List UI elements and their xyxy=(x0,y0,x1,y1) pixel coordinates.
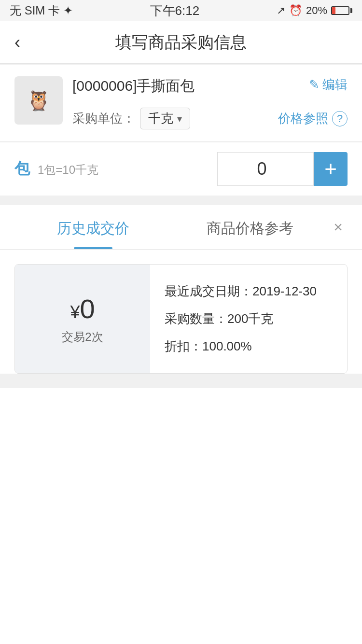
page-title: 填写商品采购信息 xyxy=(115,31,247,54)
unit-value: 千克 xyxy=(148,110,173,127)
product-thumbnail: 🦉 xyxy=(14,76,63,125)
chevron-down-icon: ▾ xyxy=(177,113,182,125)
status-left: 无 SIM 卡 ✦ xyxy=(10,3,73,18)
tabs-header: 历史成交价 商品价格参考 × xyxy=(0,205,362,250)
edit-label: 编辑 xyxy=(322,76,348,93)
price-trades-count: 交易2次 xyxy=(62,329,103,345)
product-image-placeholder: 🦉 xyxy=(27,89,51,112)
tab-history-price[interactable]: 历史成交价 xyxy=(14,205,172,249)
back-button[interactable]: ‹ xyxy=(0,32,35,53)
quantity-label: 包 1包=10千克 xyxy=(14,158,98,180)
product-name: [0000006]手撕面包 xyxy=(72,76,195,96)
quantity-section: 包 1包=10千克 + xyxy=(0,142,362,196)
price-left-panel: ¥0 交易2次 xyxy=(15,265,150,373)
bottom-empty-area xyxy=(0,388,362,644)
quantity-input[interactable] xyxy=(217,152,314,186)
price-right-panel: 最近成交日期：2019-12-30 采购数量：200千克 折扣：100.00% xyxy=(150,265,347,373)
status-time: 下午6:12 xyxy=(150,2,200,19)
date-label: 最近成交日期： xyxy=(165,284,252,298)
unit-select[interactable]: 千克 ▾ xyxy=(140,108,190,129)
quantity-conversion: 1包=10千克 xyxy=(38,162,98,178)
price-amount: ¥0 xyxy=(70,293,95,324)
unit-label: 采购单位： 千克 ▾ xyxy=(72,108,190,129)
quantity-plus-button[interactable]: + xyxy=(314,152,348,186)
price-detail-quantity: 采购数量：200千克 xyxy=(165,309,333,328)
tabs-section: 历史成交价 商品价格参考 × ¥0 交易2次 最近成交日期：2019-12-30… xyxy=(0,205,362,374)
quantity-unit: 包 xyxy=(14,158,30,180)
help-icon: ? xyxy=(332,111,348,126)
status-bar: 无 SIM 卡 ✦ 下午6:12 ↗ ⏰ 20% xyxy=(0,0,362,21)
battery-percent: 20% xyxy=(306,4,327,17)
tab-product-price-reference[interactable]: 商品价格参考 xyxy=(172,205,329,249)
location-icon: ↗ xyxy=(277,4,285,17)
quantity-value: 200千克 xyxy=(227,311,273,326)
discount-label: 折扣： xyxy=(165,339,202,353)
price-card: ¥0 交易2次 最近成交日期：2019-12-30 采购数量：200千克 折扣：… xyxy=(14,264,348,374)
tab-close-button[interactable]: × xyxy=(329,213,348,241)
price-ref-label: 价格参照 xyxy=(278,110,328,127)
product-card: 🦉 [0000006]手撕面包 ✎ 编辑 采购单位： 千克 ▾ xyxy=(0,65,362,141)
edit-icon: ✎ xyxy=(309,77,320,92)
price-detail-date: 最近成交日期：2019-12-30 xyxy=(165,282,333,301)
price-reference-button[interactable]: 价格参照 ? xyxy=(278,110,348,127)
discount-value: 100.00% xyxy=(202,339,252,353)
quantity-input-wrapper: + xyxy=(217,152,348,186)
alarm-icon: ⏰ xyxy=(289,4,302,17)
edit-button[interactable]: ✎ 编辑 xyxy=(309,76,348,93)
product-info: [0000006]手撕面包 ✎ 编辑 采购单位： 千克 ▾ 价格参照 ? xyxy=(72,76,348,129)
quantity-label-text: 采购数量： xyxy=(165,311,227,326)
date-value: 2019-12-30 xyxy=(252,284,317,298)
price-detail-discount: 折扣：100.00% xyxy=(165,337,333,356)
nav-bar: ‹ 填写商品采购信息 xyxy=(0,21,362,64)
currency-symbol: ¥ xyxy=(70,302,80,322)
sim-wifi-label: 无 SIM 卡 ✦ xyxy=(10,3,73,18)
status-right: ↗ ⏰ 20% xyxy=(277,4,352,17)
battery-indicator xyxy=(331,6,352,15)
